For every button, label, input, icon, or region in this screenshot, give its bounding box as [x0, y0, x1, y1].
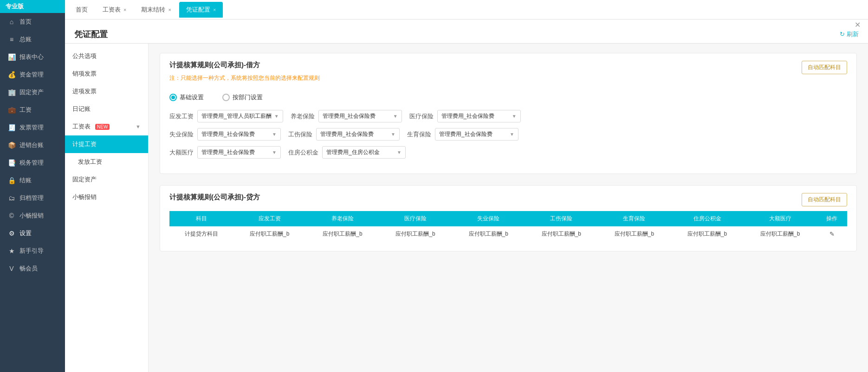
th-操作: 操作: [816, 211, 847, 226]
td-action[interactable]: ✎: [816, 226, 847, 242]
nav-journal[interactable]: 日记账: [65, 100, 148, 118]
sidebar: 专业版 ⌂ 首页 ≡ 总账 📊 报表中心 💰 资金管理 🏢 固定资产 💼 工资 …: [0, 0, 65, 372]
select-住房公积金[interactable]: 管理费用_住房公积金 ▼: [322, 146, 406, 159]
sidebar-item-ledger[interactable]: ≡ 总账: [0, 31, 65, 48]
closing-icon: 🔒: [7, 177, 16, 184]
select-养老保险[interactable]: 管理费用_社会保险费 ▼: [318, 110, 402, 122]
home-icon: ⌂: [7, 18, 16, 26]
sidebar-item-reports[interactable]: 📊 报表中心: [0, 48, 65, 66]
th-生育保险: 生育保险: [598, 211, 671, 226]
select-工伤保险[interactable]: 管理费用_社会保险费 ▼: [316, 128, 400, 141]
select-生育保险[interactable]: 管理费用_社会保险费 ▼: [435, 128, 518, 141]
content-layout: 公共选项 销项发票 进项发票 日记账 工资表 NEW ▼ 计提工资 发放工资: [65, 44, 868, 372]
sidebar-item-member[interactable]: V 畅会员: [0, 260, 65, 277]
new-badge: NEW: [95, 124, 110, 130]
select-大额医疗[interactable]: 管理费用_社会保险费 ▼: [197, 146, 281, 159]
select-应发工资[interactable]: 管理费用_管理人员职工薪酬 ▼: [197, 110, 283, 122]
sidebar-item-xiaochang[interactable]: © 小畅报销: [0, 207, 65, 224]
edit-icon[interactable]: ✎: [829, 231, 835, 237]
chevron-失业保险-icon: ▼: [272, 132, 277, 137]
refresh-button[interactable]: ↻ 刷新: [840, 30, 859, 38]
th-医疗保险: 医疗保险: [379, 211, 452, 226]
nav-public[interactable]: 公共选项: [65, 47, 148, 65]
radio-basic-circle: [169, 94, 177, 101]
radio-basic[interactable]: 基础设置: [169, 93, 204, 102]
sidebar-label-invoice: 发票管理: [19, 123, 44, 132]
td-生育保险: 应付职工薪酬_b: [598, 226, 671, 242]
nav-pay-salary[interactable]: 发放工资: [65, 153, 148, 171]
credit-auto-match-button[interactable]: 自动匹配科目: [802, 193, 847, 206]
th-住房公积金: 住房公积金: [671, 211, 744, 226]
nav-fixed-assets[interactable]: 固定资产: [65, 171, 148, 188]
left-nav: 公共选项 销项发票 进项发票 日记账 工资表 NEW ▼ 计提工资 发放工资: [65, 44, 149, 372]
chevron-工伤保险-icon: ▼: [391, 132, 395, 137]
tab-period-close-btn[interactable]: ×: [168, 7, 171, 13]
sidebar-label-reports: 报表中心: [19, 53, 44, 61]
debit-form-row-2: 失业保险 管理费用_社会保险费 ▼ 工伤保险 管理费用_社会保险费 ▼: [169, 128, 847, 141]
tab-salary-table[interactable]: 工资表 ×: [96, 2, 133, 18]
member-icon: V: [7, 265, 16, 272]
label-工伤保险: 工伤保险: [288, 130, 312, 139]
th-大额医疗: 大额医疗: [744, 211, 816, 226]
stock-icon: 📦: [7, 141, 16, 149]
tabs-bar: 首页 工资表 × 期末结转 × 凭证配置 ×: [65, 0, 868, 19]
credit-table-header-row: 科目 应发工资 养老保险 医疗保险 失业保险 工伤保险 生育保险 住房公积金 大…: [169, 211, 847, 226]
sidebar-item-invoice[interactable]: 🧾 发票管理: [0, 119, 65, 136]
select-失业保险[interactable]: 管理费用_社会保险费 ▼: [197, 128, 281, 141]
chevron-养老保险-icon: ▼: [393, 114, 398, 119]
sidebar-item-settings[interactable]: ⚙ 设置: [0, 224, 65, 242]
ledger-icon: ≡: [7, 36, 16, 43]
th-工伤保险: 工伤保险: [525, 211, 598, 226]
nav-purchase-invoice[interactable]: 进项发票: [65, 83, 148, 100]
tab-period-close[interactable]: 期末结转 ×: [134, 2, 178, 18]
nav-accrual-salary[interactable]: 计提工资: [65, 135, 148, 153]
td-应发工资: 应付职工薪酬_b: [233, 226, 306, 242]
sidebar-item-guide[interactable]: ★ 新手引导: [0, 242, 65, 260]
archive-icon: 🗂: [7, 194, 16, 202]
nav-public-label: 公共选项: [72, 52, 97, 60]
label-养老保险: 养老保险: [291, 112, 315, 121]
debit-section-note: 注：只能选择一种方式，系统将按照您当前的选择来配置规则: [169, 74, 320, 82]
tab-salary-close[interactable]: ×: [123, 7, 126, 13]
sidebar-item-tax[interactable]: 📑 税务管理: [0, 154, 65, 172]
select-失业保险-value: 管理费用_社会保险费: [201, 130, 255, 138]
sidebar-item-stock[interactable]: 📦 进销台账: [0, 136, 65, 154]
debit-section-title-group: 计提核算规则(公司承担)-借方 注：只能选择一种方式，系统将按照您当前的选择来配…: [169, 61, 320, 89]
sidebar-item-archive[interactable]: 🗂 归档管理: [0, 189, 65, 207]
sidebar-item-assets[interactable]: 🏢 固定资产: [0, 83, 65, 101]
td-大额医疗: 应付职工薪酬_b: [744, 226, 816, 242]
sidebar-item-home[interactable]: ⌂ 首页: [0, 13, 65, 31]
debit-section-header: 计提核算规则(公司承担)-借方 注：只能选择一种方式，系统将按照您当前的选择来配…: [169, 61, 847, 89]
tab-voucher-config[interactable]: 凭证配置 ×: [179, 2, 223, 18]
tax-icon: 📑: [7, 159, 16, 167]
refresh-icon: ↻: [840, 31, 845, 38]
debit-section-title: 计提核算规则(公司承担)-借方: [169, 61, 320, 70]
main-close-button[interactable]: ✕: [855, 20, 861, 29]
radio-basic-label: 基础设置: [180, 93, 204, 102]
tab-home[interactable]: 首页: [69, 2, 95, 18]
tab-home-label: 首页: [76, 6, 88, 14]
credit-section-title: 计提核算规则(公司承担)-贷方: [169, 193, 260, 202]
nav-salary-table[interactable]: 工资表 NEW ▼: [65, 118, 148, 135]
chevron-生育保险-icon: ▼: [510, 132, 514, 137]
field-应发工资: 应发工资 管理费用_管理人员职工薪酬 ▼: [169, 110, 283, 122]
radio-dept[interactable]: 按部门设置: [222, 93, 263, 102]
debit-auto-match-button[interactable]: 自动匹配科目: [802, 61, 847, 74]
nav-sales-invoice[interactable]: 销项发票: [65, 65, 148, 83]
sidebar-label-closing: 结账: [19, 176, 32, 185]
sidebar-item-salary[interactable]: 💼 工资: [0, 101, 65, 119]
label-应发工资: 应发工资: [169, 112, 194, 121]
sidebar-label-xiaochang: 小畅报销: [19, 212, 44, 220]
sidebar-label-funds: 资金管理: [19, 71, 44, 79]
nav-petty-expense[interactable]: 小畅报销: [65, 188, 148, 206]
sidebar-item-funds[interactable]: 💰 资金管理: [0, 66, 65, 83]
credit-table: 科目 应发工资 养老保险 医疗保险 失业保险 工伤保险 生育保险 住房公积金 大…: [169, 211, 847, 242]
select-医疗保险[interactable]: 管理费用_社会保险费 ▼: [437, 110, 521, 122]
sidebar-item-closing[interactable]: 🔒 结账: [0, 172, 65, 189]
field-住房公积金: 住房公积金 管理费用_住房公积金 ▼: [288, 146, 406, 159]
radio-dept-circle: [222, 94, 230, 101]
sidebar-label-home: 首页: [19, 18, 32, 26]
label-生育保险: 生育保险: [407, 130, 431, 139]
tab-voucher-close[interactable]: ×: [213, 7, 216, 13]
nav-salary-table-label: 工资表: [72, 122, 91, 131]
